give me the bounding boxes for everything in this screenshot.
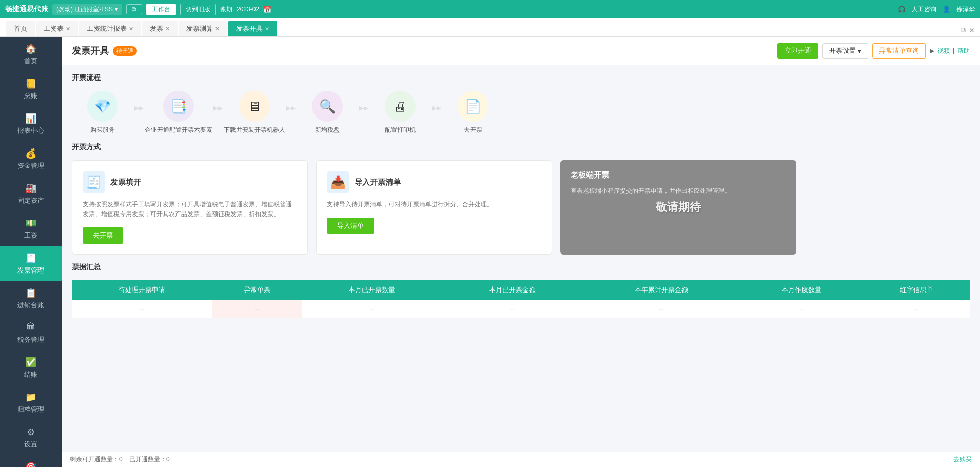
minimize-button[interactable]: — <box>950 26 957 34</box>
sidebar-item-settings[interactable]: ⚙ 设置 <box>0 420 62 455</box>
sidebar-item-funds[interactable]: 💰 资金管理 <box>0 142 62 177</box>
tab-invoice-label: 发票 <box>150 24 163 33</box>
method-cards: 🧾 发票填开 支持按照发票样式手工填写开发票；可开具增值税电子普通发票、增值税普… <box>72 160 970 255</box>
import-list-button[interactable]: 导入清单 <box>327 218 374 234</box>
tab-home[interactable]: 首页 <box>6 21 35 36</box>
method-section-title: 开票方式 <box>72 143 970 152</box>
tab-salary[interactable]: 工资表 ✕ <box>36 21 78 36</box>
cell-void-count: -- <box>740 300 863 318</box>
tab-salary-report-close[interactable]: ✕ <box>129 26 133 32</box>
calendar-icon[interactable]: 📅 <box>263 6 271 13</box>
tab-invoice-issue-label: 发票开具 <box>236 24 263 33</box>
purchase-icon: 📋 <box>25 287 36 299</box>
tab-salary-report[interactable]: 工资统计报表 ✕ <box>79 21 141 36</box>
period-label: 账期 <box>220 5 232 14</box>
step-taxdisk[interactable]: 🔍 新增税盘 <box>297 91 358 134</box>
tab-salary-close[interactable]: ✕ <box>66 26 70 32</box>
page-footer: 剩余可开通数量：0 已开通数量：0 去购买 <box>62 452 980 467</box>
process-steps: 💎 购买服务 ▸▸ 📑 企业开通配置开票六要素 ▸▸ 🖥 下载并 <box>72 91 970 134</box>
cell-month-amount: -- <box>442 300 582 318</box>
sidebar-item-purchase[interactable]: 📋 进销台账 <box>0 281 62 316</box>
workspace-button[interactable]: 工作台 <box>146 4 176 15</box>
user-name[interactable]: 徐泽华 <box>956 5 975 14</box>
step-arrow-3: ▸▸ <box>286 102 296 124</box>
tab-invoice-issue[interactable]: 发票开具 ✕ <box>228 21 277 36</box>
step-configure[interactable]: 📑 企业开通配置开票六要素 <box>145 91 212 134</box>
method-card-fill-header: 🧾 发票填开 <box>83 171 297 193</box>
ticket-settings-button[interactable]: 开票设置 ▾ <box>822 43 868 59</box>
tab-salary-report-label: 工资统计报表 <box>87 24 127 33</box>
step-buy-service[interactable]: 💎 购买服务 <box>72 91 133 134</box>
tab-invoice-issue-close[interactable]: ✕ <box>265 26 269 32</box>
sidebar-item-home[interactable]: 🏠 首页 <box>0 37 62 72</box>
summary-table: 待处理开票申请 异常单票 本月已开票数量 本月已开票金额 本年累计开票金额 本月… <box>72 280 970 318</box>
help-sep: | <box>953 47 954 54</box>
video-icon: ▶ <box>930 47 934 54</box>
settings-icon: ⚙ <box>27 426 35 438</box>
sidebar-item-tax[interactable]: 🏛 税务管理 <box>0 316 62 351</box>
support-label[interactable]: 人工咨询 <box>912 5 936 14</box>
fill-invoice-icon: 🧾 <box>86 175 102 189</box>
step-arrow-4: ▸▸ <box>359 102 368 124</box>
method-card-fill: 🧾 发票填开 支持按照发票样式手工填写开发票；可开具增值税电子普通发票、增值税普… <box>72 160 308 255</box>
restore-button[interactable]: ⧉ <box>961 26 966 34</box>
switch-version-button[interactable]: 切到旧版 <box>180 4 216 15</box>
help-label[interactable]: 帮助 <box>957 47 970 55</box>
top-bar-left: 畅捷通易代账 (勿动) 江西服室-LSS ▾ ⧉ 工作台 切到旧版 账期 202… <box>5 4 271 15</box>
ticket-settings-label: 开票设置 <box>829 46 856 55</box>
sidebar-item-settle[interactable]: ✅ 结账 <box>0 351 62 385</box>
step-taxdisk-icon-circle: 🔍 <box>312 91 343 122</box>
abnormal-list-button[interactable]: 异常清单查询 <box>872 43 926 59</box>
tab-invoice-calc[interactable]: 发票测算 ✕ <box>179 21 227 36</box>
sidebar-item-archive[interactable]: 📁 归档管理 <box>0 385 62 420</box>
printer-icon: 🖨 <box>394 99 407 114</box>
tab-invoice[interactable]: 发票 ✕ <box>142 21 178 36</box>
company-selector[interactable]: (勿动) 江西服室-LSS ▾ <box>52 4 122 15</box>
go-issue-button[interactable]: 去开票 <box>83 227 123 244</box>
step-printer[interactable]: 🖨 配置打印机 <box>369 91 431 134</box>
sidebar-item-reports-label: 报表中心 <box>17 126 44 135</box>
buy-link[interactable]: 去购买 <box>953 455 972 464</box>
remaining-label: 剩余可开通数量：0 <box>70 456 123 463</box>
assets-icon: 🏭 <box>25 183 36 194</box>
step-printer-label: 配置打印机 <box>385 126 416 134</box>
sidebar-item-home-label: 首页 <box>24 56 37 66</box>
sidebar-item-salary[interactable]: 💵 工资 <box>0 211 62 246</box>
tab-invoice-close[interactable]: ✕ <box>165 26 170 32</box>
tab-home-label: 首页 <box>14 24 27 33</box>
period-value: 2023-02 <box>237 6 259 13</box>
video-help-label[interactable]: 视频 <box>937 47 950 55</box>
step-taxdisk-label: 新增税盘 <box>315 126 340 134</box>
sidebar-item-salary-label: 工资 <box>24 231 37 240</box>
step-download-label: 下载并安装开票机器人 <box>224 126 285 134</box>
status-badge: 待开通 <box>113 46 137 56</box>
step-printer-icon-circle: 🖨 <box>385 91 416 122</box>
immediate-open-button[interactable]: 立即开通 <box>777 43 818 59</box>
chevron-down-icon: ▾ <box>115 6 118 13</box>
step-buy-service-label: 购买服务 <box>90 126 115 134</box>
fill-card-desc: 支持按照发票样式手工填写开发票；可开具增值税电子普通发票、增值税普通发票、增值税… <box>83 200 297 219</box>
sidebar-item-reports[interactable]: 📊 报表中心 <box>0 107 62 142</box>
company-name: (勿动) 江西服室-LSS <box>56 5 113 14</box>
sidebar-item-ledger[interactable]: 📒 总账 <box>0 72 62 107</box>
sidebar-item-assets[interactable]: 🏭 固定资产 <box>0 177 62 211</box>
step-issue[interactable]: 📄 去开票 <box>442 91 504 134</box>
guide-icon: 🎯 <box>25 461 36 467</box>
opened-label: 已开通数量：0 <box>129 456 170 463</box>
step-arrow-2: ▸▸ <box>213 102 223 124</box>
step-issue-label: 去开票 <box>464 126 482 134</box>
cell-year-amount: -- <box>582 300 740 318</box>
process-section: 开票流程 💎 购买服务 ▸▸ 📑 企业开通配置开票六要素 ▸▸ <box>62 65 980 143</box>
copy-button[interactable]: ⧉ <box>126 4 142 14</box>
step-arrow-1: ▸▸ <box>134 102 144 124</box>
download-icon: 🖥 <box>248 99 261 114</box>
process-section-title: 开票流程 <box>72 73 970 83</box>
sidebar-item-invoice[interactable]: 🧾 发票管理 <box>0 246 62 281</box>
nav-tabs: 首页 工资表 ✕ 工资统计报表 ✕ 发票 ✕ 发票测算 ✕ 发票开具 ✕ — ⧉… <box>0 18 980 37</box>
step-download[interactable]: 🖥 下载并安装开票机器人 <box>224 91 285 134</box>
cell-red-info: -- <box>864 300 970 318</box>
close-window-button[interactable]: ✕ <box>969 26 975 34</box>
summary-section-title: 票据汇总 <box>72 263 970 272</box>
tab-invoice-calc-close[interactable]: ✕ <box>215 26 220 32</box>
sidebar-item-guide[interactable]: 🎯 新手引导 <box>0 455 62 467</box>
